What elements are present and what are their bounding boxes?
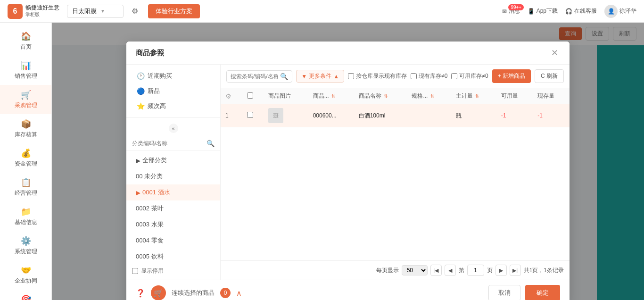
- existing-filter[interactable]: 现有库存≠0: [411, 72, 447, 80]
- col-checkbox-header[interactable]: [242, 88, 264, 104]
- sidebar-item-sales[interactable]: 📊 销售管理: [0, 56, 51, 85]
- row-spec: [407, 104, 451, 127]
- modal-close-button[interactable]: ✕: [549, 47, 560, 58]
- modal-footer: ❓ 🛒 连续选择的商品 0 ∧ 取消 确定: [126, 280, 570, 300]
- col-settings[interactable]: ⚙: [221, 88, 242, 104]
- table-row[interactable]: 1 🖼 000600... 白酒100ml 瓶 -1 -1: [221, 104, 570, 127]
- category-search-input[interactable]: [132, 140, 206, 147]
- category-0003[interactable]: 0003 水果: [126, 217, 220, 233]
- star-icon: ⭐: [137, 102, 145, 110]
- sidebar-item-collab[interactable]: 🤝 企业协同: [0, 260, 51, 290]
- available-filter[interactable]: 可用库存≠0: [451, 72, 488, 80]
- refresh-button[interactable]: C 刷新: [535, 69, 564, 83]
- clock-icon: 🕐: [137, 72, 145, 80]
- sidebar-item-system[interactable]: ⚙️ 系统管理: [0, 231, 51, 260]
- add-product-button[interactable]: + 新增商品: [492, 69, 531, 83]
- show-disabled-area: 显示停用: [126, 262, 220, 280]
- tab-frequent[interactable]: ⭐ 频次高: [132, 99, 215, 114]
- row-stock: -1: [533, 104, 570, 127]
- finance-icon: 💰: [21, 148, 31, 158]
- row-checkbox[interactable]: [242, 104, 264, 127]
- chevron-down-icon: ▼: [100, 8, 105, 14]
- settings-icon[interactable]: ⚙: [127, 4, 142, 19]
- left-tabs: 🕐 近期购买 🔵 新品 ⭐ 频次高: [126, 65, 220, 118]
- toolbar-actions: + 新增商品 C 刷新: [492, 69, 564, 83]
- guide-icon: 🎯: [21, 294, 31, 300]
- page-number-input[interactable]: [467, 265, 484, 276]
- tab-new[interactable]: 🔵 新品: [132, 83, 215, 99]
- sidebar-item-label: 首页: [20, 43, 32, 51]
- category-search: 🔍: [126, 137, 220, 150]
- sidebar-item-label: 系统管理: [15, 248, 37, 256]
- search-submit-icon[interactable]: 🔍: [280, 73, 288, 80]
- online-service-button[interactable]: 🎧 在线客服: [565, 7, 597, 15]
- collapse-button[interactable]: «: [169, 124, 178, 133]
- sidebar-item-basic[interactable]: 📁 基础信息: [0, 202, 51, 231]
- first-page-button[interactable]: |◀: [430, 265, 442, 276]
- trial-button[interactable]: 体验行业方案: [148, 4, 200, 18]
- available-checkbox[interactable]: [451, 73, 457, 79]
- logo-sub: 掌柜版: [25, 11, 59, 18]
- sales-icon: 📊: [21, 60, 31, 71]
- app-download-label: App下载: [537, 7, 558, 15]
- more-filter-button[interactable]: ▼ 更多条件 ▲: [296, 70, 344, 83]
- col-stock-header[interactable]: 现存量: [533, 88, 570, 104]
- online-service-label: 在线客服: [574, 7, 597, 15]
- product-search-input[interactable]: [231, 73, 278, 80]
- per-page-select[interactable]: 50 20 100 200: [402, 265, 428, 275]
- logo-icon: 6: [8, 4, 23, 19]
- cart-icon[interactable]: 🛒: [151, 285, 166, 300]
- modal-title: 商品参照: [136, 49, 164, 58]
- col-name-header[interactable]: 商品名称 ⇅: [354, 88, 407, 104]
- logo-name: 畅捷通好生意: [25, 4, 59, 12]
- tab-frequent-label: 频次高: [148, 102, 166, 110]
- sidebar-item-business[interactable]: 📋 经营管理: [0, 173, 51, 202]
- home-icon: 🏠: [21, 31, 31, 42]
- message-badge: 99++: [508, 4, 523, 10]
- warehouse-checkbox[interactable]: [348, 73, 354, 79]
- branch-selector[interactable]: 日太阳膜 ▼: [67, 5, 124, 18]
- category-00[interactable]: 00 未分类: [126, 168, 220, 184]
- tab-recent[interactable]: 🕐 近期购买: [132, 68, 215, 83]
- col-code-header[interactable]: 商品... ⇅: [308, 88, 354, 104]
- prev-page-button[interactable]: ◀: [445, 265, 456, 276]
- col-spec-header[interactable]: 规格... ⇅: [407, 88, 451, 104]
- message-button[interactable]: ✉ 消息 99++: [502, 7, 520, 15]
- search-icon[interactable]: 🔍: [206, 140, 215, 147]
- headset-icon: 🎧: [565, 8, 572, 15]
- app-download-button[interactable]: 📱 App下载: [528, 7, 558, 15]
- select-all-checkbox[interactable]: [247, 92, 253, 99]
- inventory-icon: 📦: [21, 119, 31, 129]
- category-0001[interactable]: ▶ 0001 酒水: [126, 184, 220, 200]
- sidebar-item-inventory[interactable]: 📦 库存核算: [0, 114, 51, 143]
- col-available-header[interactable]: 可用量: [496, 88, 533, 104]
- existing-checkbox[interactable]: [411, 73, 417, 79]
- col-unit-header[interactable]: 主计量 ⇅: [451, 88, 496, 104]
- message-icon: ✉: [502, 8, 507, 15]
- help-icon[interactable]: ❓: [136, 289, 145, 298]
- show-disabled-checkbox[interactable]: [132, 268, 138, 274]
- navbar: 6 畅捷通好生意 掌柜版 日太阳膜 ▼ ⚙ 体验行业方案 ✉ 消息 99++ 📱…: [0, 0, 644, 23]
- category-0005[interactable]: 0005 饮料: [126, 249, 220, 262]
- sidebar-item-purchase[interactable]: 🛒 采购管理: [0, 85, 51, 114]
- confirm-button[interactable]: 确定: [525, 285, 560, 300]
- sidebar-item-label: 企业协同: [15, 277, 37, 285]
- show-disabled-label[interactable]: 显示停用: [141, 267, 164, 275]
- product-reference-modal: 商品参照 ✕ 🕐 近期购买 🔵 新品: [126, 42, 570, 300]
- sidebar-item-finance[interactable]: 💰 资金管理: [0, 143, 51, 173]
- row-name: 白酒100ml: [354, 104, 407, 127]
- cancel-button[interactable]: 取消: [488, 285, 520, 300]
- category-all[interactable]: ▶ 全部分类: [126, 152, 220, 168]
- category-0002[interactable]: 0002 茶叶: [126, 200, 220, 217]
- sidebar-item-guide[interactable]: 🎯 新手引导: [0, 290, 51, 300]
- sidebar-item-home[interactable]: 🏠 首页: [0, 26, 51, 56]
- warehouse-filter[interactable]: 按仓库显示现有库存: [348, 72, 407, 80]
- collapse-icon[interactable]: ∧: [236, 289, 242, 298]
- last-page-button[interactable]: ▶|: [510, 265, 521, 276]
- sidebar: 🏠 首页 📊 销售管理 🛒 采购管理 📦 库存核算 💰 资金管理 📋 经营管理 …: [0, 23, 52, 300]
- category-0004[interactable]: 0004 零食: [126, 233, 220, 249]
- logo: 6 畅捷通好生意 掌柜版: [8, 4, 59, 19]
- next-page-button[interactable]: ▶: [495, 265, 507, 276]
- user-profile[interactable]: 👤 徐泽华: [604, 5, 636, 18]
- col-img-header: 商品图片: [264, 88, 308, 104]
